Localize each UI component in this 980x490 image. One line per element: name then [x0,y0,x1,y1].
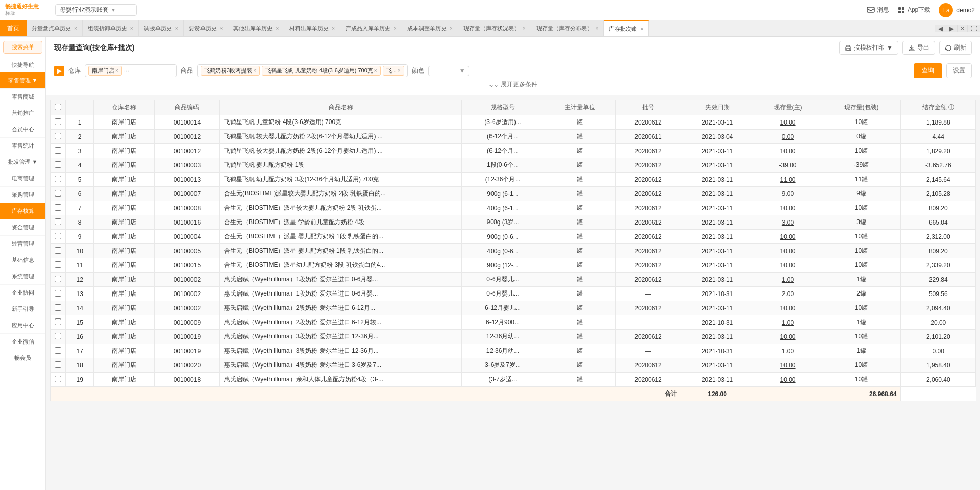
sidebar-item-retail-stats[interactable]: 零售统计 [0,138,45,154]
row-qty-5[interactable]: 9.00 [754,187,822,201]
row-qty-6[interactable]: 10.00 [754,201,822,215]
sidebar-item-corp-wechat[interactable]: 企业微信 [0,334,45,350]
row-checkbox-14[interactable] [51,315,66,330]
row-checkbox-10[interactable] [51,258,66,273]
product-tag-close-1[interactable]: × [374,68,377,74]
tab-close-10[interactable]: × [640,26,643,32]
refresh-btn[interactable]: 刷新 [939,41,972,55]
row-qty-1[interactable]: 0.00 [754,130,822,144]
sidebar-item-member[interactable]: 会员中心 [0,121,45,138]
color-filter[interactable]: ▼ [428,66,469,76]
sidebar-item-inventory[interactable]: 库存核算 [0,203,45,219]
filter-expand-btn[interactable]: ▶ [54,66,64,76]
tab-item-3[interactable]: 要货单历史 × [184,20,229,36]
sidebar-item-retail-mgmt[interactable]: 零售管理 ▼ [0,72,45,89]
row-checkbox-16[interactable] [51,344,66,358]
user-info[interactable]: Ea demo2 [939,3,975,17]
tab-item-0[interactable]: 分量盘点单历史 × [27,20,83,36]
row-qty-12[interactable]: 2.00 [754,287,822,301]
row-qty-8[interactable]: 10.00 [754,230,822,244]
sidebar-item-corp-collab[interactable]: 企业协同 [0,285,45,301]
row-qty-4[interactable]: 11.00 [754,173,822,187]
tab-close-5[interactable]: × [332,26,335,31]
product-tag-close-2[interactable]: × [398,68,401,74]
tab-item-1[interactable]: 组装拆卸单历史 × [83,20,139,36]
tab-close-4[interactable]: × [276,26,279,31]
tab-item-5[interactable]: 材料出库单历史 × [284,20,340,36]
row-qty-10[interactable]: 10.00 [754,258,822,273]
tab-close-1[interactable]: × [130,26,133,31]
sidebar-item-basic-info[interactable]: 基础信息 [0,252,45,268]
app-btn[interactable]: App下载 [897,6,930,14]
tab-close-2[interactable]: × [175,26,178,31]
tab-close-7[interactable]: × [450,26,453,31]
search-menu-btn[interactable]: 搜索菜单 [3,41,42,54]
sidebar-item-retail-mall[interactable]: 零售商城 [0,89,45,105]
row-checkbox-12[interactable] [51,287,66,301]
sidebar-item-finance[interactable]: 资金管理 [0,219,45,236]
row-checkbox-18[interactable] [51,373,66,387]
row-checkbox-2[interactable] [51,144,66,158]
product-filter[interactable]: 飞鹤奶粉3段两提装 × 飞鹤星飞帆 儿童奶粉 4段(3-6岁适用) 700克 ×… [197,64,408,77]
row-qty-15[interactable]: 10.00 [754,330,822,344]
warehouse-more-dots[interactable]: ··· [124,67,129,75]
row-qty-17[interactable]: 10.00 [754,358,822,373]
msg-btn[interactable]: 消息 [867,6,889,14]
org-selector[interactable]: 母婴行业演示账套 ▼ [55,4,137,16]
tab-close-3[interactable]: × [220,26,223,31]
tab-item-9[interactable]: 现存量（库存分布表） × [531,20,604,36]
warehouse-filter[interactable]: 南岸门店 × ··· [85,64,177,77]
sidebar-item-wholesale[interactable]: 批发管理 ▼ [0,154,45,170]
select-all-checkbox[interactable] [55,104,61,110]
row-qty-9[interactable]: 10.00 [754,244,822,258]
row-checkbox-13[interactable] [51,301,66,315]
tab-close-9[interactable]: × [596,26,599,31]
row-checkbox-7[interactable] [51,215,66,230]
row-checkbox-0[interactable] [51,115,66,130]
tab-close-0[interactable]: × [74,26,77,31]
tab-item-6[interactable]: 产成品入库单历史 × [340,20,402,36]
row-qty-14[interactable]: 1.00 [754,315,822,330]
row-qty-18[interactable]: 10.00 [754,373,822,387]
tab-prev-btn[interactable]: ◀ [935,25,946,32]
row-checkbox-11[interactable] [51,273,66,287]
row-qty-16[interactable]: 1.00 [754,344,822,358]
row-qty-2[interactable]: 10.00 [754,144,822,158]
product-tag-close-0[interactable]: × [253,68,256,74]
row-checkbox-17[interactable] [51,358,66,373]
export-btn[interactable]: 导出 [902,41,935,55]
sidebar-item-system[interactable]: 系统管理 [0,268,45,285]
sidebar-item-vip[interactable]: 畅会员 [0,350,45,366]
sidebar-item-marketing[interactable]: 营销推广 [0,105,45,121]
expand-more-btn[interactable]: ⌄⌄ 展开更多条件 [54,78,972,91]
tab-close-8[interactable]: × [523,26,526,31]
query-btn[interactable]: 查询 [914,63,942,78]
warehouse-tag-close[interactable]: × [115,68,118,74]
tab-home[interactable]: 首页 [0,20,27,36]
sidebar-item-management[interactable]: 经营管理 [0,236,45,252]
row-checkbox-9[interactable] [51,244,66,258]
tab-item-8[interactable]: 现存量（库存状况表） × [458,20,531,36]
row-qty-13[interactable]: 10.00 [754,301,822,315]
tab-item-4[interactable]: 其他出库单历史 × [228,20,284,36]
row-checkbox-15[interactable] [51,330,66,344]
tab-close-all-btn[interactable]: × [957,25,967,32]
sidebar-item-ecommerce[interactable]: 电商管理 [0,170,45,187]
sidebar-item-purchase[interactable]: 采购管理 [0,187,45,203]
row-qty-7[interactable]: 3.00 [754,215,822,230]
tab-item-10[interactable]: 库存批次账 × [604,20,649,36]
tab-next-btn[interactable]: ▶ [946,25,957,32]
row-checkbox-8[interactable] [51,230,66,244]
tab-item-2[interactable]: 调拨单历史 × [139,20,184,36]
row-checkbox-6[interactable] [51,201,66,215]
row-checkbox-5[interactable] [51,187,66,201]
row-qty-11[interactable]: 1.00 [754,273,822,287]
row-checkbox-4[interactable] [51,173,66,187]
sidebar-item-app-center[interactable]: 应用中心 [0,317,45,334]
tab-fullscreen-btn[interactable]: ⛶ [967,25,980,32]
quick-nav-btn[interactable]: 快捷导航 [0,58,45,72]
row-checkbox-3[interactable] [51,158,66,173]
tab-close-6[interactable]: × [394,26,397,31]
tab-item-7[interactable]: 成本调整单历史 × [402,20,458,36]
print-btn[interactable]: 按模板打印 ▼ [839,41,898,55]
